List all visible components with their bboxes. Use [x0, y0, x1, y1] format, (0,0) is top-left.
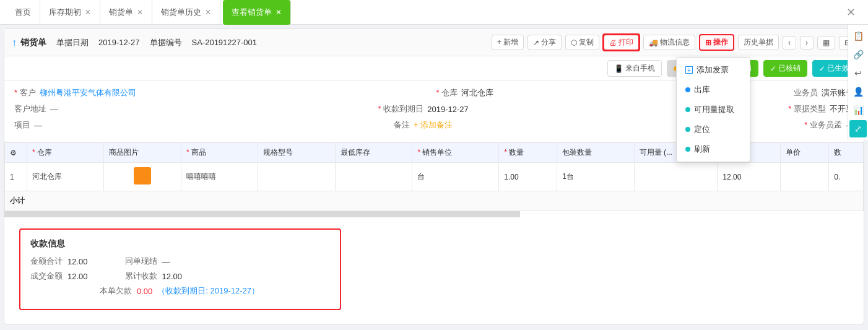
ops-label: 操作 — [713, 37, 728, 48]
cell-pack-qty: 1台 — [557, 163, 634, 191]
num-label: 单据编号 — [150, 37, 182, 48]
sidebar-icon-4[interactable]: 👤 — [849, 83, 867, 100]
dropdown-locate[interactable]: 定位 — [677, 119, 750, 139]
new-button[interactable]: + 新增 — [492, 35, 524, 50]
same-order-value: — — [162, 257, 170, 266]
tab-view-sales[interactable]: 查看销货单 ✕ — [223, 0, 291, 25]
doc-title-text: 销货单 — [20, 37, 46, 48]
doc-title-icon: ↑ — [12, 37, 17, 48]
next-button[interactable]: › — [800, 36, 814, 50]
tab-sales-order-close[interactable]: ✕ — [137, 8, 143, 17]
salesperson-field: 业务员孟 — — [804, 119, 854, 131]
settings-icon: ⚙ — [10, 149, 17, 157]
ops-icon: ⊞ — [705, 38, 711, 47]
project-value: — — [34, 121, 42, 130]
right-sidebar: 📋 🔗 ↩ 👤 📊 ⤢ — [848, 25, 868, 140]
grid-view-button[interactable]: ▦ — [817, 36, 835, 50]
cell-qty: 1.00 — [499, 163, 557, 191]
tab-home-label: 首页 — [15, 7, 31, 18]
dropdown-add-invoice[interactable]: + 添加发票 — [677, 60, 750, 80]
copy-icon: ⬡ — [571, 38, 577, 47]
cumulative-value: 12.00 — [162, 272, 183, 281]
dropdown-available-qty[interactable]: 可用量提取 — [677, 100, 750, 119]
summary-row-3: 本单欠款 本单欠款 0.00 （收款到期日: 2019-12-27） — [30, 285, 330, 297]
share-button[interactable]: ↗ 分享 — [527, 35, 562, 50]
share-icon: ↗ — [533, 38, 539, 47]
tab-sales-history-label: 销货单历史 — [161, 7, 201, 18]
table-scrollbar[interactable] — [4, 211, 864, 217]
print-icon: 🖨 — [609, 38, 617, 47]
customer-value[interactable]: 柳州粤港平安气体有限公司 — [40, 87, 136, 98]
summary-row-1: 金额合计 12.00 同单现结 — — [30, 256, 330, 267]
warehouse-field: 仓库 河北仓库 — [436, 87, 494, 98]
due-date-label: 收款到期日 — [378, 103, 424, 115]
doc-title: ↑ 销货单 — [12, 37, 46, 48]
col-sales-unit: 销售单位 — [412, 143, 499, 163]
tab-home[interactable]: 首页 — [6, 0, 40, 25]
tab-sales-history-close[interactable]: ✕ — [205, 8, 211, 17]
print-button[interactable]: 🖨 打印 — [603, 34, 640, 51]
sidebar-icon-2[interactable]: 🔗 — [849, 46, 867, 63]
col-product-img: 商品图片 — [104, 143, 181, 163]
tab-view-sales-close[interactable]: ✕ — [276, 8, 282, 17]
sidebar-icon-1[interactable]: 📋 — [849, 27, 867, 45]
col-qty: 数量 — [499, 143, 557, 163]
col-min-stock: 最低库存 — [335, 143, 412, 163]
tab-view-sales-label: 查看销货单 — [232, 7, 272, 18]
tab-inventory-init[interactable]: 库存期初 ✕ — [40, 0, 100, 25]
due-date-field: 收款到期日 2019-12-27 — [378, 103, 469, 115]
print-label: 打印 — [618, 37, 633, 48]
copy-button[interactable]: ⬡ 复制 — [565, 35, 599, 50]
history-button[interactable]: 历史单据 — [738, 35, 779, 50]
table-row: 1 河北仓库 嘻嘻嘻嘻 台 1.00 1台 12.00 — [5, 163, 864, 191]
subtotal-row: 小计 — [5, 191, 864, 211]
mobile-button[interactable]: 📱 来自手机 — [607, 60, 662, 77]
add-note-button[interactable]: + 添加备注 — [414, 119, 453, 131]
summary-section: 收款信息 金额合计 12.00 同单现结 — 成交金额 12.00 — [19, 228, 341, 310]
copy-label: 复制 — [579, 37, 594, 48]
tab-sales-history[interactable]: 销货单历史 ✕ — [152, 0, 220, 25]
cell-product-img — [104, 163, 181, 191]
logistics-label: 物流信息 — [660, 37, 690, 48]
sidebar-icon-6[interactable]: ⤢ — [849, 120, 867, 137]
cell-stock: 12.00 — [718, 163, 781, 191]
transaction-value: 12.00 — [67, 272, 88, 281]
cell-warehouse: 河北仓库 — [27, 163, 104, 191]
prev-button[interactable]: ‹ — [783, 36, 796, 50]
transaction-label: 成交金额 — [30, 271, 63, 282]
dropdown-outbound[interactable]: 出库 — [677, 80, 750, 100]
tab-inventory-init-close[interactable]: ✕ — [85, 8, 91, 17]
outbound-label: 出库 — [694, 84, 710, 95]
summary-area: 收款信息 金额合计 12.00 同单现结 — 成交金额 12.00 — [4, 217, 864, 324]
outstanding-label-2: 本单欠款 — [100, 285, 132, 297]
address-value: — — [50, 105, 58, 114]
add-invoice-label: 添加发票 — [697, 64, 729, 76]
add-invoice-icon: + — [685, 66, 693, 74]
canceled-button[interactable]: ✓ 已核销 — [763, 60, 807, 77]
tab-sales-order[interactable]: 销货单 ✕ — [100, 0, 152, 25]
outstanding-item: 本单欠款 — [30, 285, 63, 297]
cell-sales-unit: 台 — [412, 163, 499, 191]
toolbar: + 新增 ↗ 分享 ⬡ 复制 🖨 打印 🚚 物流信息 — [492, 34, 856, 51]
project-field: 项目 — — [14, 119, 42, 131]
refresh-dot — [685, 147, 690, 152]
warehouse-label: 仓库 — [436, 87, 458, 98]
canceled-label: 已核销 — [778, 63, 801, 74]
dropdown-refresh[interactable]: 刷新 — [677, 139, 750, 159]
customer-field: 客户 柳州粤港平安气体有限公司 — [14, 87, 136, 98]
due-note: （收款到期日: 2019-12-27） — [157, 285, 259, 297]
sidebar-icon-5[interactable]: 📊 — [849, 102, 867, 119]
logistics-button[interactable]: 🚚 物流信息 — [643, 35, 695, 50]
app-close-button[interactable]: ✕ — [840, 6, 862, 19]
mobile-label: 来自手机 — [625, 63, 655, 74]
col-settings[interactable]: ⚙ — [5, 143, 27, 163]
available-qty-dot — [685, 107, 690, 112]
share-label: 分享 — [541, 37, 556, 48]
customer-label: 客户 — [14, 87, 36, 98]
sidebar-icon-3[interactable]: ↩ — [849, 64, 867, 82]
ops-button[interactable]: ⊞ 操作 — [699, 34, 734, 51]
col-warehouse: 仓库 — [27, 143, 104, 163]
amount-total-value: 12.00 — [67, 257, 88, 266]
cell-product: 嘻嘻嘻嘻 — [181, 163, 258, 191]
num-value: SA-20191227-001 — [192, 38, 258, 47]
